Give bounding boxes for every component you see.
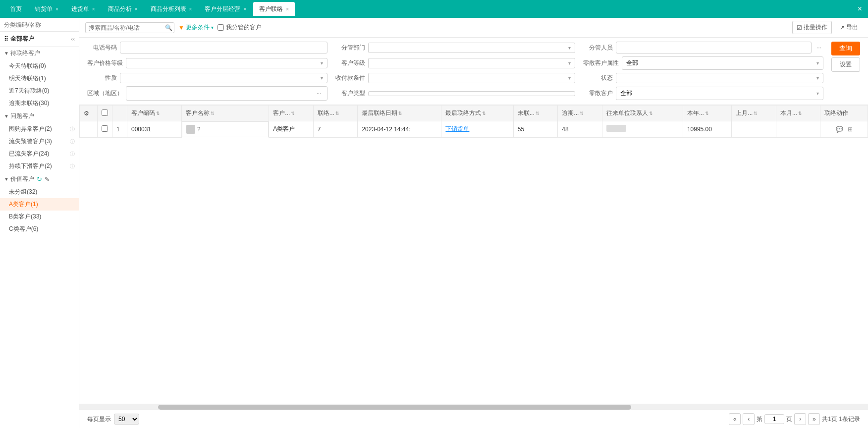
- nature-label: 性质: [87, 74, 117, 82]
- row-category: A类客户: [269, 121, 314, 138]
- page-suffix: 页: [786, 415, 792, 424]
- page-number-input[interactable]: [764, 414, 784, 424]
- arrow-down-icon: ▼: [4, 113, 9, 119]
- batch-operations-button[interactable]: ☑ 批量操作: [792, 21, 832, 34]
- year-amount-column-header[interactable]: 本年...⇅: [683, 106, 731, 121]
- last-method-link[interactable]: 下销货单: [445, 125, 469, 132]
- sidebar-item-class-a[interactable]: A类客户(1): [0, 198, 79, 211]
- select-all-checkbox[interactable]: [102, 109, 108, 116]
- sidebar-item-tomorrow-contact[interactable]: 明天待联络(1): [0, 72, 79, 85]
- sidebar-item-today-contact[interactable]: 今天待联络(0): [0, 60, 79, 72]
- last-month-column-header[interactable]: 上月...⇅: [732, 106, 776, 121]
- row-unit-contact: [602, 121, 683, 138]
- section-value-customers[interactable]: ▼ 价值客户 ↻ ✎: [0, 172, 79, 186]
- nature-select[interactable]: ▾: [120, 73, 327, 83]
- manager-label: 分管人员: [583, 44, 613, 52]
- my-customers-checkbox[interactable]: [217, 24, 224, 31]
- manager-input[interactable]: [616, 42, 812, 54]
- sidebar-item-overdue-contact[interactable]: 逾期未联络(30): [0, 97, 79, 109]
- tab-sales[interactable]: 销货单 ×: [29, 2, 64, 16]
- section-problem-customers[interactable]: ▼ 问题客户: [0, 109, 79, 123]
- sidebar-item-churn-warning[interactable]: 流失预警客户(3) ⓘ: [0, 135, 79, 148]
- dept-select[interactable]: ▾: [368, 43, 576, 53]
- scrollbar-thumb[interactable]: [158, 405, 631, 410]
- close-icon[interactable]: ×: [189, 6, 192, 12]
- no-contact-column-header[interactable]: 未联...⇅: [513, 106, 558, 121]
- last-method-column-header[interactable]: 最后联络方式⇅: [441, 106, 513, 121]
- price-level-select[interactable]: ▾: [126, 58, 327, 68]
- tab-customer-contact[interactable]: 客户联络 ×: [253, 2, 295, 16]
- sort-icon: ⇅: [156, 111, 160, 116]
- sidebar-item-declining[interactable]: 持续下滑客户(2) ⓘ: [0, 160, 79, 172]
- per-page-select[interactable]: 50 100 200: [114, 414, 139, 425]
- close-icon[interactable]: ×: [286, 6, 289, 12]
- customer-type-select[interactable]: [368, 91, 576, 96]
- chevron-down-icon: ▾: [568, 45, 571, 51]
- last-date-column-header[interactable]: 最后联络日期⇅: [358, 106, 441, 121]
- refresh-icon[interactable]: ↻: [37, 175, 42, 183]
- data-table: ⚙ 客户编码⇅ 客户名称⇅ 客户...⇅: [79, 105, 868, 138]
- tab-analysis[interactable]: 商品分析 ×: [102, 2, 144, 16]
- retail-attr-select[interactable]: 全部 ▾: [622, 56, 823, 70]
- customer-level-select[interactable]: ▾: [368, 58, 576, 68]
- payment-select[interactable]: ▾: [368, 73, 576, 83]
- region-dots[interactable]: ···: [315, 89, 323, 98]
- export-icon: ↗: [840, 24, 845, 31]
- name-column-header[interactable]: 客户名称⇅: [182, 106, 269, 121]
- sidebar-item-week-contact[interactable]: 近7天待联络(0): [0, 85, 79, 97]
- code-column-header[interactable]: 客户编码⇅: [127, 106, 182, 121]
- sidebar-item-unclassified[interactable]: 未分组(32): [0, 186, 79, 198]
- phone-input[interactable]: [120, 42, 327, 54]
- retail-customer-select[interactable]: 全部 ▾: [616, 87, 823, 100]
- tab-home[interactable]: 首页: [4, 2, 28, 16]
- sidebar-item-churned[interactable]: 已流失客户(24) ⓘ: [0, 148, 79, 160]
- sidebar-collapse-icon[interactable]: ‹‹: [71, 36, 75, 43]
- sidebar-item-class-b[interactable]: B类客户(33): [0, 211, 79, 223]
- close-icon[interactable]: ×: [55, 6, 58, 12]
- category-column-header[interactable]: 客户...⇅: [269, 106, 314, 121]
- row-select-checkbox[interactable]: [102, 125, 108, 132]
- filter-region: 区域（地区） ···: [87, 86, 327, 101]
- qr-icon[interactable]: ⊞: [848, 126, 853, 133]
- more-filters-button[interactable]: ▼ 更多条件 ▾: [178, 23, 214, 32]
- next-page-button[interactable]: ›: [794, 413, 806, 425]
- sidebar-search-input[interactable]: [4, 21, 78, 28]
- close-icon[interactable]: ×: [135, 6, 138, 12]
- horizontal-scrollbar[interactable]: [79, 404, 868, 410]
- gear-icon[interactable]: ⚙: [84, 110, 89, 117]
- sort-icon: ⇅: [291, 111, 295, 116]
- close-icon[interactable]: ×: [92, 6, 95, 12]
- query-button[interactable]: 查询: [831, 42, 860, 55]
- overdue-column-header[interactable]: 逾期...⇅: [558, 106, 602, 121]
- tab-analysis-list[interactable]: 商品分析列表 ×: [145, 2, 198, 16]
- manager-dots-button[interactable]: ···: [814, 42, 823, 53]
- chat-icon[interactable]: 💬: [836, 126, 843, 133]
- filter-payment: 收付款条件 ▾: [335, 73, 576, 83]
- pagination-control: « ‹ 第 页 › » 共1页 1条记录: [729, 413, 860, 425]
- tab-customer-segment[interactable]: 客户分层经营 ×: [199, 2, 252, 16]
- chevron-down-icon: ▾: [321, 75, 323, 81]
- row-overdue: 48: [558, 121, 602, 138]
- sidebar-item-abnormal-hoarding[interactable]: 囤购异常客户(2) ⓘ: [0, 123, 79, 135]
- region-select[interactable]: ···: [126, 86, 327, 101]
- contact-column-header[interactable]: 联络...⇅: [313, 106, 358, 121]
- export-button[interactable]: ↗ 导出: [836, 21, 862, 34]
- first-page-button[interactable]: «: [729, 413, 741, 425]
- unit-contact-column-header[interactable]: 往来单位联系人⇅: [602, 106, 683, 121]
- last-page-button[interactable]: »: [808, 413, 820, 425]
- seq-column-header: [112, 106, 127, 121]
- sidebar-item-class-c[interactable]: C类客户(6): [0, 223, 79, 235]
- window-close-button[interactable]: ×: [856, 2, 864, 15]
- this-month-column-header[interactable]: 本月...⇅: [776, 106, 820, 121]
- prev-page-button[interactable]: ‹: [743, 413, 755, 425]
- close-icon[interactable]: ×: [243, 6, 246, 12]
- tab-purchase[interactable]: 进货单 ×: [65, 2, 101, 16]
- search-input[interactable]: [89, 24, 163, 31]
- filter-actions: 查询 设置: [831, 42, 860, 72]
- section-pending-contact[interactable]: ▼ 待联络客户: [0, 47, 79, 60]
- status-select[interactable]: ▾: [616, 73, 823, 83]
- settings-button[interactable]: 设置: [831, 57, 860, 72]
- search-icon[interactable]: 🔍: [165, 24, 172, 31]
- info-icon: ⓘ: [70, 163, 75, 170]
- edit-icon[interactable]: ✎: [45, 176, 50, 183]
